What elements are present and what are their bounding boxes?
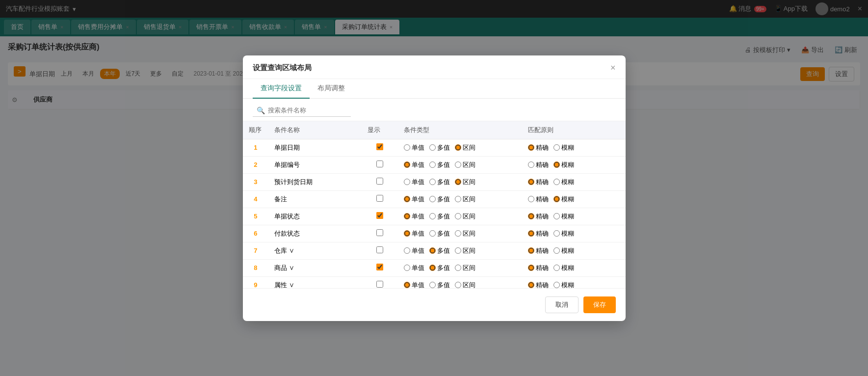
type-option-多值[interactable]: 多值 (429, 161, 450, 169)
type-option-区间[interactable]: 区间 (455, 161, 475, 169)
type-option-多值[interactable]: 多值 (429, 246, 450, 255)
display-checkbox[interactable] (376, 161, 383, 167)
type-option-单值[interactable]: 单值 (404, 212, 424, 221)
match-option-模糊[interactable]: 模糊 (553, 161, 574, 169)
match-option-模糊[interactable]: 模糊 (553, 178, 574, 187)
type-option-单值[interactable]: 单值 (404, 195, 424, 204)
type-option-多值[interactable]: 多值 (429, 195, 450, 204)
match-option-精确[interactable]: 精确 (528, 161, 549, 169)
type-option-区间[interactable]: 区间 (455, 143, 475, 152)
display-checkbox[interactable] (376, 229, 383, 236)
type-option-多值[interactable]: 多值 (429, 264, 450, 272)
cell-display (362, 259, 398, 276)
cell-name: 商品 ∨ (268, 259, 362, 276)
type-option-多值[interactable]: 多值 (429, 229, 450, 238)
match-option-模糊[interactable]: 模糊 (553, 195, 574, 204)
cell-name: 属性 ∨ (268, 276, 362, 288)
th-type: 条件类型 (398, 121, 522, 139)
cell-order: 6 (243, 225, 269, 242)
type-option-多值[interactable]: 多值 (429, 212, 450, 221)
cell-match: 精确模糊 (522, 276, 626, 288)
match-option-精确[interactable]: 精确 (528, 281, 549, 288)
table-header: 顺序 条件名称 显示 条件类型 匹配原则 (243, 121, 626, 139)
th-name: 条件名称 (268, 121, 362, 139)
match-option-模糊[interactable]: 模糊 (553, 212, 574, 221)
match-option-模糊[interactable]: 模糊 (553, 264, 574, 272)
cell-name: 预计到货日期 (268, 173, 362, 190)
cell-display (362, 242, 398, 259)
cell-type: 单值多值区间 (398, 139, 522, 156)
type-option-单值[interactable]: 单值 (404, 229, 424, 238)
table-row: 2单据编号单值多值区间精确模糊 (243, 156, 626, 173)
display-checkbox[interactable] (376, 281, 383, 288)
type-option-区间[interactable]: 区间 (455, 178, 475, 187)
table-row: 4备注单值多值区间精确模糊 (243, 190, 626, 208)
table-row: 5单据状态单值多值区间精确模糊 (243, 208, 626, 225)
cell-type: 单值多值区间 (398, 173, 522, 190)
cell-display (362, 276, 398, 288)
match-option-精确[interactable]: 精确 (528, 195, 549, 204)
type-option-单值[interactable]: 单值 (404, 143, 424, 152)
cell-match: 精确模糊 (522, 208, 626, 225)
cell-type: 单值多值区间 (398, 276, 522, 288)
match-option-模糊[interactable]: 模糊 (553, 229, 574, 238)
cell-name: 单据状态 (268, 208, 362, 225)
type-option-区间[interactable]: 区间 (455, 281, 475, 288)
match-option-精确[interactable]: 精确 (528, 178, 549, 187)
cell-order: 9 (243, 276, 269, 288)
display-checkbox[interactable] (376, 264, 383, 270)
cell-order: 4 (243, 190, 269, 208)
type-option-区间[interactable]: 区间 (455, 246, 475, 255)
cell-type: 单值多值区间 (398, 259, 522, 276)
th-display: 显示 (362, 121, 398, 139)
type-option-单值[interactable]: 单值 (404, 161, 424, 169)
search-icon: 🔍 (257, 107, 265, 114)
match-option-精确[interactable]: 精确 (528, 264, 549, 272)
cell-name: 备注 (268, 190, 362, 208)
overlay: 设置查询区域布局 × 查询字段设置 布局调整 🔍 顺序 (0, 0, 868, 376)
search-input[interactable] (268, 107, 346, 114)
display-checkbox[interactable] (376, 246, 383, 253)
cancel-button[interactable]: 取消 (545, 296, 579, 313)
th-order: 顺序 (243, 121, 269, 139)
type-option-区间[interactable]: 区间 (455, 229, 475, 238)
match-option-精确[interactable]: 精确 (528, 229, 549, 238)
type-option-区间[interactable]: 区间 (455, 212, 475, 221)
display-checkbox[interactable] (376, 195, 383, 202)
type-option-单值[interactable]: 单值 (404, 281, 424, 288)
dialog-close-button[interactable]: × (610, 63, 616, 72)
match-option-精确[interactable]: 精确 (528, 212, 549, 221)
type-option-区间[interactable]: 区间 (455, 195, 475, 204)
match-option-模糊[interactable]: 模糊 (553, 246, 574, 255)
type-option-多值[interactable]: 多值 (429, 143, 450, 152)
type-option-单值[interactable]: 单值 (404, 178, 424, 187)
display-checkbox[interactable] (376, 212, 383, 219)
match-option-精确[interactable]: 精确 (528, 246, 549, 255)
display-checkbox[interactable] (376, 143, 383, 150)
type-option-多值[interactable]: 多值 (429, 178, 450, 187)
search-box-area: 🔍 (243, 99, 626, 121)
cell-match: 精确模糊 (522, 156, 626, 173)
tab-query-fields[interactable]: 查询字段设置 (253, 79, 310, 99)
display-checkbox[interactable] (376, 178, 383, 185)
cell-type: 单值多值区间 (398, 156, 522, 173)
type-option-单值[interactable]: 单值 (404, 246, 424, 255)
match-option-精确[interactable]: 精确 (528, 143, 549, 152)
table-scroll: 顺序 条件名称 显示 条件类型 匹配原则 1单据日期单值多值区间精确模糊2单据编… (243, 121, 626, 288)
table-row: 6付款状态单值多值区间精确模糊 (243, 225, 626, 242)
save-button[interactable]: 保存 (583, 296, 616, 313)
cell-name: 仓库 ∨ (268, 242, 362, 259)
type-option-单值[interactable]: 单值 (404, 264, 424, 272)
conditions-table: 顺序 条件名称 显示 条件类型 匹配原则 1单据日期单值多值区间精确模糊2单据编… (243, 121, 626, 288)
cell-type: 单值多值区间 (398, 190, 522, 208)
dialog-header: 设置查询区域布局 × (243, 55, 626, 79)
tab-layout-adjust[interactable]: 布局调整 (310, 79, 353, 99)
dialog-title: 设置查询区域布局 (253, 63, 312, 73)
match-option-模糊[interactable]: 模糊 (553, 143, 574, 152)
table-row: 7仓库 ∨单值多值区间精确模糊 (243, 242, 626, 259)
search-inner: 🔍 (253, 105, 351, 117)
tab-query-fields-label: 查询字段设置 (261, 84, 302, 92)
type-option-区间[interactable]: 区间 (455, 264, 475, 272)
type-option-多值[interactable]: 多值 (429, 281, 450, 288)
match-option-模糊[interactable]: 模糊 (553, 281, 574, 288)
